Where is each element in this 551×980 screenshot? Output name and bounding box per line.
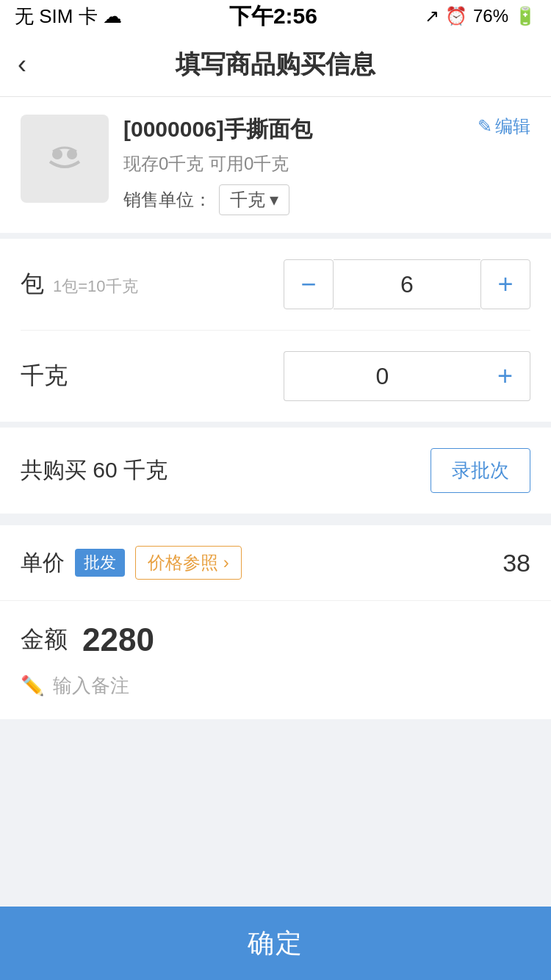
price-label: 单价 bbox=[21, 548, 65, 578]
price-value: 38 bbox=[503, 549, 530, 577]
summary-text: 共购买 60 千克 bbox=[21, 455, 168, 486]
battery-icon: 🔋 bbox=[514, 6, 536, 26]
status-time: 下午2:56 bbox=[229, 1, 317, 32]
product-unit-row: 销售单位： 千克 ▾ bbox=[123, 184, 530, 215]
status-carrier: 无 SIM 卡 ☁ bbox=[15, 4, 122, 29]
edit-icon: ✎ bbox=[478, 116, 492, 137]
edit-label: 编辑 bbox=[495, 115, 530, 138]
qty-plus-bao[interactable]: + bbox=[480, 259, 530, 309]
qty-controls-kg: + bbox=[284, 351, 530, 401]
page-title: 填写商品购买信息 bbox=[176, 48, 375, 82]
battery-level: 76% bbox=[473, 6, 508, 26]
qty-unit-bao: 包 bbox=[21, 268, 44, 300]
product-card: [0000006]手撕面包 ✎ 编辑 现存0千克 可用0千克 销售单位： 千克 … bbox=[0, 97, 551, 239]
separator-1 bbox=[0, 422, 551, 428]
separator-2 bbox=[0, 519, 551, 525]
amount-row: 金额 2280 bbox=[21, 621, 530, 658]
location-icon: ↗ bbox=[425, 6, 439, 26]
content-spacer bbox=[0, 719, 551, 907]
product-name: [0000006]手撕面包 bbox=[123, 115, 312, 145]
edit-button[interactable]: ✎ 编辑 bbox=[478, 115, 530, 138]
qty-plus-kg[interactable]: + bbox=[480, 351, 530, 401]
price-section: 单价 批发 价格参照 › 38 bbox=[0, 525, 551, 601]
qty-controls-bao: − + bbox=[284, 259, 530, 309]
confirm-button[interactable]: 确定 bbox=[0, 907, 551, 980]
qty-input-kg[interactable] bbox=[284, 351, 480, 401]
alarm-icon: ⏰ bbox=[445, 6, 467, 26]
qty-hint-bao: 1包=10千克 bbox=[53, 275, 138, 298]
status-bar: 无 SIM 卡 ☁ 下午2:56 ↗ ⏰ 76% 🔋 bbox=[0, 0, 551, 32]
price-tag-wholesale: 批发 bbox=[75, 549, 125, 577]
unit-select[interactable]: 千克 ▾ bbox=[219, 184, 289, 215]
product-thumbnail bbox=[21, 115, 109, 203]
nav-bar: ‹ 填写商品购买信息 bbox=[0, 32, 551, 97]
qty-row-kg: 千克 + bbox=[21, 331, 530, 422]
amount-value: 2280 bbox=[82, 621, 154, 658]
unit-value: 千克 bbox=[230, 188, 265, 212]
product-stock: 现存0千克 可用0千克 bbox=[123, 152, 530, 176]
qty-label-bao: 包 1包=10千克 bbox=[21, 268, 138, 300]
status-right: ↗ ⏰ 76% 🔋 bbox=[425, 6, 536, 26]
batch-button[interactable]: 录批次 bbox=[431, 448, 530, 493]
qty-minus-bao[interactable]: − bbox=[284, 259, 334, 309]
qty-row-bao: 包 1包=10千克 − + bbox=[21, 239, 530, 331]
product-info: [0000006]手撕面包 ✎ 编辑 现存0千克 可用0千克 销售单位： 千克 … bbox=[123, 115, 530, 215]
back-button[interactable]: ‹ bbox=[18, 49, 26, 80]
unit-label: 销售单位： bbox=[123, 188, 212, 212]
pencil-icon: ✏️ bbox=[21, 674, 44, 697]
note-placeholder: 输入备注 bbox=[53, 673, 129, 699]
amount-label: 金额 bbox=[21, 624, 68, 656]
qty-input-bao[interactable] bbox=[334, 259, 480, 309]
qty-label-kg: 千克 bbox=[21, 360, 68, 392]
price-ref-button[interactable]: 价格参照 › bbox=[135, 546, 242, 580]
chevron-down-icon: ▾ bbox=[270, 190, 278, 210]
qty-unit-kg: 千克 bbox=[21, 360, 68, 392]
amount-section: 金额 2280 ✏️ 输入备注 bbox=[0, 601, 551, 719]
quantity-section: 包 1包=10千克 − + 千克 + bbox=[0, 239, 551, 422]
price-label-group: 单价 批发 价格参照 › bbox=[21, 546, 242, 580]
note-row[interactable]: ✏️ 输入备注 bbox=[21, 673, 530, 699]
summary-section: 共购买 60 千克 录批次 bbox=[0, 428, 551, 519]
